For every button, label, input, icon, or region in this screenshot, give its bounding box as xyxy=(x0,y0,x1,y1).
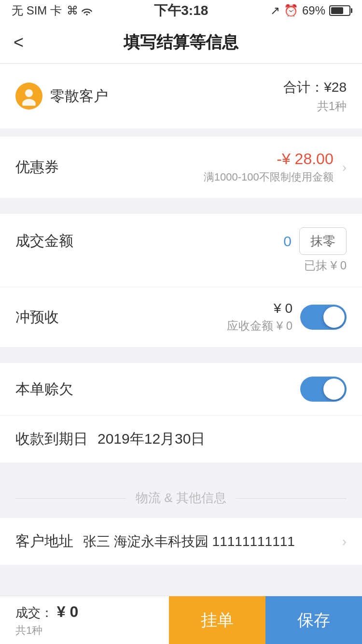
svg-point-1 xyxy=(22,99,36,106)
total-amount: 合计：¥28 xyxy=(283,78,347,97)
duedate-value[interactable]: 2019年12月30日 xyxy=(97,429,205,449)
prereceipt-values: ¥ 0 应收金额 ¥ 0 xyxy=(227,301,292,334)
nav-bar: < 填写结算等信息 xyxy=(0,21,362,64)
avatar xyxy=(15,83,42,110)
logistics-section: 物流 & 其他信息 xyxy=(0,478,362,518)
alarm-icon: ⏰ xyxy=(284,4,298,17)
amount-row: 成交金额 0 抹零 已抹 ¥ 0 xyxy=(0,214,362,287)
back-button[interactable]: < xyxy=(14,32,24,53)
coupon-card: 优惠券 -¥ 28.00 满1000-100不限制使用金额 › xyxy=(0,137,362,198)
battery-percentage: 69% xyxy=(302,4,325,17)
toggle-knob xyxy=(323,307,345,328)
status-bar: 无 SIM 卡 ⌘ 下午3:18 ↗ ⏰ 69% xyxy=(0,0,362,21)
coupon-amount: -¥ 28.00 xyxy=(204,150,334,168)
hold-button[interactable]: 挂单 xyxy=(169,596,265,644)
bottom-deal-line: 成交： ¥ 0 xyxy=(15,603,169,621)
round-button[interactable]: 抹零 xyxy=(299,227,347,255)
divider-1 xyxy=(0,206,362,214)
debt-card: 本单赊欠 收款到期日 2019年12月30日 xyxy=(0,363,362,462)
carrier-text: 无 SIM 卡 xyxy=(12,3,62,18)
amount-label: 成交金额 xyxy=(15,231,73,251)
bottom-item-count: 共1种 xyxy=(15,623,169,638)
prereceipt-sub: 应收金额 ¥ 0 xyxy=(227,318,292,334)
transaction-card: 成交金额 0 抹零 已抹 ¥ 0 冲预收 ¥ 0 应收金额 ¥ 0 xyxy=(0,214,362,348)
prereceipt-label: 冲预收 xyxy=(15,308,59,327)
status-left: 无 SIM 卡 ⌘ xyxy=(12,3,92,18)
prereceipt-main: ¥ 0 xyxy=(227,301,292,316)
wifi-icon: ⌘ xyxy=(67,4,92,17)
prereceipt-row: 冲预收 ¥ 0 应收金额 ¥ 0 xyxy=(0,287,362,348)
address-chevron-icon: › xyxy=(342,534,347,549)
bottom-bar: 成交： ¥ 0 共1种 挂单 保存 xyxy=(0,596,362,644)
item-count: 共1种 xyxy=(283,98,347,114)
customer-left: 零散客户 xyxy=(15,83,108,110)
amount-value[interactable]: 0 xyxy=(283,233,292,250)
amount-row-top: 成交金额 0 抹零 xyxy=(15,227,347,255)
coupon-row[interactable]: 优惠券 -¥ 28.00 满1000-100不限制使用金额 › xyxy=(0,137,362,198)
amount-right: 0 抹零 xyxy=(283,227,347,255)
debt-label: 本单赊欠 xyxy=(15,379,73,399)
prereceipt-toggle[interactable] xyxy=(300,305,347,330)
divider-3 xyxy=(0,470,362,478)
duedate-row: 收款到期日 2019年12月30日 xyxy=(0,415,362,462)
coupon-chevron-icon: › xyxy=(342,160,347,175)
address-label: 客户地址 xyxy=(15,532,73,551)
bottom-deal-label: 成交： xyxy=(15,605,53,620)
location-icon: ↗ xyxy=(270,4,280,17)
content: 零散客户 合计：¥28 共1种 优惠券 -¥ 28.00 满1000-100不限… xyxy=(0,64,362,644)
save-button[interactable]: 保存 xyxy=(265,596,362,644)
logistics-text: 物流 & 其他信息 xyxy=(126,490,236,506)
customer-right: 合计：¥28 共1种 xyxy=(283,78,347,114)
customer-row: 零散客户 合计：¥28 共1种 xyxy=(0,64,362,129)
address-value: 张三 海淀永丰科技园 11111111111 xyxy=(83,532,338,551)
amount-sub: 已抹 ¥ 0 xyxy=(15,258,347,273)
svg-point-0 xyxy=(25,89,33,97)
address-row[interactable]: 客户地址 张三 海淀永丰科技园 11111111111 › xyxy=(0,518,362,565)
bottom-info: 成交： ¥ 0 共1种 xyxy=(0,603,169,638)
debt-toggle[interactable] xyxy=(300,377,347,402)
coupon-label: 优惠券 xyxy=(15,157,59,177)
page-title: 填写结算等信息 xyxy=(124,31,238,54)
status-right: ↗ ⏰ 69% xyxy=(270,4,350,17)
coupon-info: -¥ 28.00 满1000-100不限制使用金额 xyxy=(204,150,334,184)
customer-name: 零散客户 xyxy=(50,86,108,106)
debt-toggle-knob xyxy=(323,378,345,400)
address-card: 客户地址 张三 海淀永丰科技园 11111111111 › xyxy=(0,518,362,565)
bottom-deal-amount: ¥ 0 xyxy=(57,603,78,620)
debt-row: 本单赊欠 xyxy=(0,363,362,415)
battery-icon xyxy=(329,5,350,16)
duedate-label: 收款到期日 xyxy=(15,429,88,449)
coupon-desc: 满1000-100不限制使用金额 xyxy=(204,170,334,184)
coupon-right: -¥ 28.00 满1000-100不限制使用金额 › xyxy=(204,150,347,184)
prereceipt-right: ¥ 0 应收金额 ¥ 0 xyxy=(227,301,347,334)
status-time: 下午3:18 xyxy=(154,1,208,20)
customer-card: 零散客户 合计：¥28 共1种 xyxy=(0,64,362,129)
divider-2 xyxy=(0,355,362,363)
